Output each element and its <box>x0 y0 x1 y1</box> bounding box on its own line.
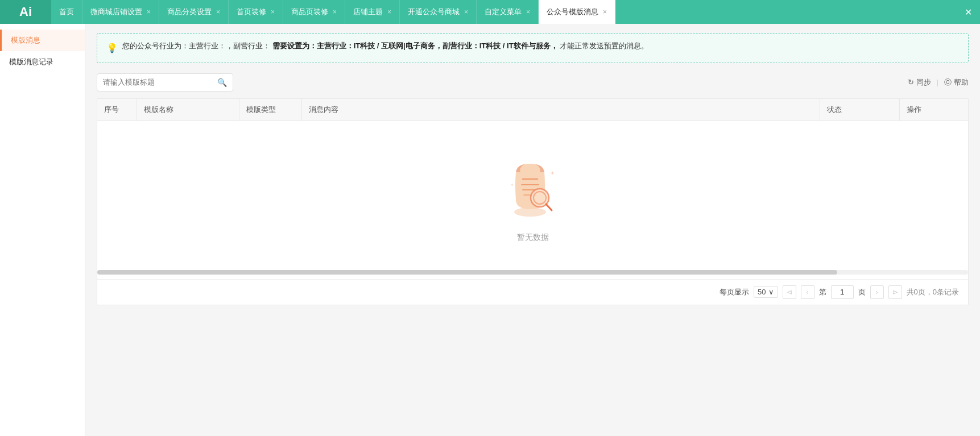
page-di-label: 第 <box>819 287 826 297</box>
svg-text:✦: ✦ <box>550 170 555 176</box>
tab-shop-theme-label: 店铺主题 <box>353 7 383 17</box>
tab-shop-settings-close[interactable]: × <box>147 8 151 16</box>
col-name: 模版名称 <box>137 99 239 121</box>
global-close-button[interactable]: ✕ <box>956 0 980 24</box>
page-size-label: 每页显示 <box>720 287 749 297</box>
col-content: 消息内容 <box>302 99 820 121</box>
tab-open-mall-close[interactable]: × <box>464 8 468 16</box>
empty-text: 暂无数据 <box>517 232 549 243</box>
tab-home-decor-close[interactable]: × <box>271 8 275 16</box>
search-input[interactable] <box>103 78 217 86</box>
tab-template-msg[interactable]: 公众号模版消息 × <box>539 0 615 24</box>
tab-shop-settings[interactable]: 微商城店铺设置 × <box>82 0 159 24</box>
page-next-button[interactable]: › <box>870 285 884 299</box>
search-icon[interactable]: 🔍 <box>217 78 227 87</box>
horizontal-scrollbar[interactable] <box>97 270 968 275</box>
tab-category-settings-close[interactable]: × <box>216 8 220 16</box>
tab-category-settings[interactable]: 商品分类设置 × <box>159 0 229 24</box>
tab-shop-theme-close[interactable]: × <box>387 8 391 16</box>
pagination: 每页显示 50 ∨ ⊲ ‹ 第 页 › ⊳ 共0页，0条记录 <box>97 279 968 305</box>
sidebar: 模版消息 模版消息记录 <box>0 24 85 436</box>
tab-product-decor-label: 商品页装修 <box>291 7 328 17</box>
empty-illustration: ✦ ✦ <box>499 155 567 223</box>
page-size-value: 50 <box>758 288 766 296</box>
notice-text: 您的公众号行业为：主营行业：，副营行业： 需要设置为：主营行业：IT科技 / 互… <box>122 40 648 52</box>
col-status: 状态 <box>820 99 900 121</box>
tab-category-settings-label: 商品分类设置 <box>167 7 212 17</box>
help-button[interactable]: ⓪ 帮助 <box>944 77 969 88</box>
main-layout: 模版消息 模版消息记录 💡 您的公众号行业为：主营行业：，副营行业： 需要设置为… <box>0 24 980 436</box>
tab-home-decor[interactable]: 首页装修 × <box>229 0 283 24</box>
total-info: 共0页，0条记录 <box>907 287 959 297</box>
tab-product-decor[interactable]: 商品页装修 × <box>283 0 345 24</box>
toolbar-right: ↻ 同步 | ⓪ 帮助 <box>908 77 969 88</box>
top-nav: Ai 首页 微商城店铺设置 × 商品分类设置 × 首页装修 × 商品页装修 × … <box>0 0 980 24</box>
notice-bulb-icon: 💡 <box>106 41 118 56</box>
page-size-chevron-icon: ∨ <box>768 288 774 296</box>
tab-home[interactable]: 首页 <box>51 0 82 24</box>
tab-template-msg-close[interactable]: × <box>603 8 607 16</box>
sidebar-item-template-msg-label: 模版消息 <box>11 36 40 44</box>
tab-custom-menu-label: 自定义菜单 <box>485 7 522 17</box>
page-unit-label: 页 <box>858 287 866 297</box>
sidebar-item-template-msg[interactable]: 模版消息 <box>0 30 85 51</box>
notice-highlight: 需要设置为：主营行业：IT科技 / 互联网|电子商务，副营行业：IT科技 / I… <box>272 41 558 50</box>
col-type: 模版类型 <box>239 99 302 121</box>
svg-text:✦: ✦ <box>510 182 514 188</box>
tab-template-msg-label: 公众号模版消息 <box>547 7 598 17</box>
tab-open-mall[interactable]: 开通公众号商城 × <box>400 0 477 24</box>
tab-custom-menu[interactable]: 自定义菜单 × <box>477 0 539 24</box>
svg-line-7 <box>546 204 552 210</box>
tab-home-decor-label: 首页装修 <box>237 7 266 17</box>
tab-home-label: 首页 <box>59 7 74 17</box>
sync-label: 同步 <box>916 77 931 88</box>
page-last-button[interactable]: ⊳ <box>888 285 902 299</box>
tab-product-decor-close[interactable]: × <box>333 8 337 16</box>
brand-logo: Ai <box>0 0 51 24</box>
notice-box: 💡 您的公众号行业为：主营行业：，副营行业： 需要设置为：主营行业：IT科技 /… <box>97 33 969 63</box>
toolbar-divider: | <box>937 78 938 86</box>
tab-shop-theme[interactable]: 店铺主题 × <box>345 0 400 24</box>
empty-state: ✦ ✦ 暂无数据 <box>97 121 968 265</box>
toolbar: 🔍 ↻ 同步 | ⓪ 帮助 <box>97 73 969 92</box>
page-first-button[interactable]: ⊲ <box>783 285 796 299</box>
help-circle-icon: ⓪ <box>944 77 952 88</box>
page-input[interactable] <box>831 285 854 299</box>
tab-custom-menu-close[interactable]: × <box>526 8 530 16</box>
notice-suffix: 才能正常发送预置的消息。 <box>560 41 648 50</box>
data-table: 序号 模版名称 模版类型 消息内容 状态 操作 <box>97 98 969 305</box>
sidebar-item-template-msg-records[interactable]: 模版消息记录 <box>0 51 85 73</box>
page-prev-button[interactable]: ‹ <box>801 285 814 299</box>
col-actions: 操作 <box>900 99 968 121</box>
help-label: 帮助 <box>954 77 969 88</box>
notice-prefix: 您的公众号行业为：主营行业：，副营行业： <box>122 41 270 50</box>
col-index: 序号 <box>97 99 137 121</box>
table-header: 序号 模版名称 模版类型 消息内容 状态 操作 <box>97 99 968 121</box>
content-area: 💡 您的公众号行业为：主营行业：，副营行业： 需要设置为：主营行业：IT科技 /… <box>85 24 980 436</box>
tabs-area: 首页 微商城店铺设置 × 商品分类设置 × 首页装修 × 商品页装修 × 店铺主… <box>51 0 956 24</box>
sync-icon: ↻ <box>908 78 914 86</box>
page-size-select[interactable]: 50 ∨ <box>754 286 778 298</box>
tab-shop-settings-label: 微商城店铺设置 <box>90 7 142 17</box>
tab-open-mall-label: 开通公众号商城 <box>408 7 460 17</box>
scrollbar-thumb[interactable] <box>97 270 837 275</box>
search-area[interactable]: 🔍 <box>97 73 233 92</box>
sidebar-item-template-msg-records-label: 模版消息记录 <box>9 57 53 66</box>
sync-button[interactable]: ↻ 同步 <box>908 77 931 88</box>
